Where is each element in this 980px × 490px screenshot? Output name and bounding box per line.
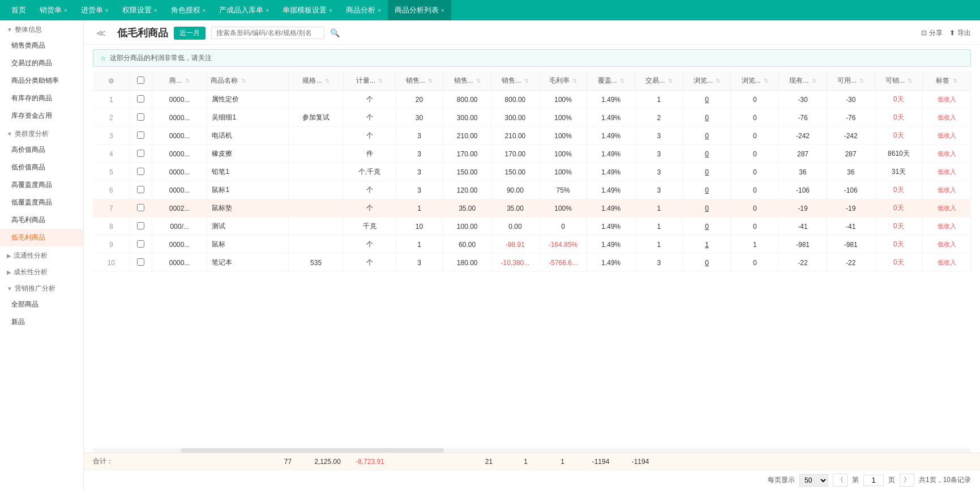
close-icon[interactable]: ×	[203, 7, 206, 14]
view-count-1[interactable]: 0	[683, 181, 731, 199]
sidebar-item-high-value[interactable]: 高价值商品	[0, 141, 83, 159]
col-unit[interactable]: 计量... ⇅	[344, 71, 395, 91]
sidebar-group-growth[interactable]: ▶ 成长性分析	[0, 263, 83, 279]
row-checkbox[interactable]	[137, 131, 144, 139]
prev-page-button[interactable]: 〈	[833, 474, 848, 487]
view-count-1[interactable]: 0	[683, 254, 731, 272]
row-checkbox-cell[interactable]	[130, 254, 152, 272]
col-spec[interactable]: 规格... ⇅	[288, 71, 344, 91]
nav-permission[interactable]: 权限设置 ×	[115, 0, 164, 20]
row-checkbox[interactable]	[137, 204, 144, 211]
nav-sales-order[interactable]: 销货单 ×	[33, 0, 74, 20]
col-coverage[interactable]: 覆盖... ⇅	[587, 71, 635, 91]
sidebar-item-new-products[interactable]: 新品	[0, 313, 83, 331]
row-checkbox-cell[interactable]	[130, 109, 152, 127]
view-count-1[interactable]: 0	[683, 218, 731, 236]
col-available-stock[interactable]: 可用... ⇅	[827, 71, 875, 91]
saleable-days: 8610天	[875, 145, 923, 163]
close-icon[interactable]: ×	[105, 7, 109, 14]
close-icon[interactable]: ×	[266, 7, 269, 14]
sidebar-item-high-margin[interactable]: 高毛利商品	[0, 211, 83, 229]
view-count-1[interactable]: 1	[683, 236, 731, 254]
select-all-checkbox[interactable]	[137, 76, 144, 84]
row-checkbox-cell[interactable]	[130, 199, 152, 218]
sidebar-collapse-button[interactable]: ≪	[93, 27, 109, 40]
nav-product-inbound[interactable]: 产成品入库单 ×	[212, 0, 276, 20]
row-checkbox[interactable]	[137, 258, 144, 266]
row-checkbox-cell[interactable]	[130, 163, 152, 181]
sidebar-item-all-products[interactable]: 全部商品	[0, 296, 83, 313]
col-product-code[interactable]: 商... ⇅	[152, 71, 207, 91]
view-count-1[interactable]: 0	[683, 127, 731, 145]
row-checkbox[interactable]	[137, 240, 144, 248]
row-checkbox-cell[interactable]	[130, 145, 152, 163]
sidebar-group-overall[interactable]: ▼ 整体信息	[0, 20, 83, 37]
col-settings[interactable]: ⚙	[93, 71, 130, 91]
sidebar-item-traded-products[interactable]: 交易过的商品	[0, 54, 83, 72]
row-checkbox[interactable]	[137, 222, 144, 229]
saleable-days: 0天	[875, 181, 923, 199]
col-sale-amount[interactable]: 销售... ⇅	[443, 71, 491, 91]
col-current-stock[interactable]: 现有... ⇅	[779, 71, 827, 91]
sidebar-item-stock-capital[interactable]: 库存资金占用	[0, 107, 83, 125]
sidebar-group-circulation[interactable]: ▶ 流通性分析	[0, 246, 83, 263]
search-button[interactable]: 🔍	[330, 28, 340, 37]
col-checkbox-all[interactable]	[130, 71, 152, 91]
sidebar-item-high-coverage[interactable]: 高覆盖度商品	[0, 176, 83, 194]
horizontal-scrollbar[interactable]	[93, 448, 971, 453]
col-view2[interactable]: 浏览... ⇅	[731, 71, 779, 91]
close-icon[interactable]: ×	[329, 7, 332, 14]
sidebar-item-low-margin[interactable]: 低毛利商品	[0, 229, 83, 246]
nav-product-analysis[interactable]: 商品分析 ×	[339, 0, 388, 20]
row-checkbox-cell[interactable]	[130, 218, 152, 236]
sidebar-group-marketing[interactable]: ▼ 营销推广分析	[0, 279, 83, 296]
sidebar-item-sales-products[interactable]: 销售类商品	[0, 37, 83, 54]
nav-home[interactable]: 首页	[5, 0, 33, 20]
close-icon[interactable]: ×	[64, 7, 67, 14]
settings-icon[interactable]: ⚙	[108, 77, 114, 85]
col-tag[interactable]: 标签 ⇅	[923, 71, 971, 91]
sidebar-item-stocked-products[interactable]: 有库存的商品	[0, 90, 83, 107]
product-unit: 个	[344, 199, 395, 218]
search-input[interactable]	[211, 27, 324, 39]
close-icon[interactable]: ×	[441, 7, 444, 14]
nav-purchase-order[interactable]: 进货单 ×	[74, 0, 115, 20]
view-count-1[interactable]: 0	[683, 199, 731, 218]
row-checkbox[interactable]	[137, 168, 144, 175]
row-checkbox[interactable]	[137, 186, 144, 193]
row-checkbox-cell[interactable]	[130, 181, 152, 199]
nav-role-auth[interactable]: 角色授权 ×	[164, 0, 213, 20]
row-checkbox[interactable]	[137, 113, 144, 121]
row-checkbox[interactable]	[137, 95, 144, 103]
date-filter-button[interactable]: 近一月	[174, 27, 206, 40]
export-button[interactable]: ⬆ 导出	[949, 28, 971, 38]
view-count-1[interactable]: 0	[683, 163, 731, 181]
col-trade[interactable]: 交易... ⇅	[635, 71, 683, 91]
view-count-1[interactable]: 0	[683, 91, 731, 109]
sidebar-item-category-sales-rate[interactable]: 商品分类助销率	[0, 72, 83, 90]
close-icon[interactable]: ×	[154, 7, 157, 14]
row-checkbox-cell[interactable]	[130, 91, 152, 109]
col-saleable[interactable]: 可销... ⇅	[875, 71, 923, 91]
sidebar-group-cluster[interactable]: ▼ 类群度分析	[0, 125, 83, 141]
next-page-button[interactable]: 〉	[900, 474, 914, 487]
row-checkbox-cell[interactable]	[130, 127, 152, 145]
sidebar-item-low-value[interactable]: 低价值商品	[0, 159, 83, 176]
col-product-name[interactable]: 商品名称 ⇅	[207, 71, 288, 91]
nav-product-analysis-list[interactable]: 商品分析列表 ×	[388, 0, 451, 20]
col-sale-profit[interactable]: 销售... ⇅	[491, 71, 540, 91]
row-checkbox-cell[interactable]	[130, 236, 152, 254]
view-count-1[interactable]: 0	[683, 145, 731, 163]
row-checkbox[interactable]	[137, 150, 144, 157]
nav-template-settings[interactable]: 单据模板设置 ×	[276, 0, 339, 20]
view-count-1[interactable]: 0	[683, 109, 731, 127]
close-icon[interactable]: ×	[378, 7, 381, 14]
gross-rate: 100%	[539, 109, 587, 127]
sidebar-item-low-coverage[interactable]: 低覆盖度商品	[0, 194, 83, 211]
share-button[interactable]: ⊡ 分享	[921, 28, 943, 38]
col-view1[interactable]: 浏览... ⇅	[683, 71, 731, 91]
page-number-input[interactable]	[863, 475, 884, 486]
per-page-select[interactable]: 50 100 200	[799, 474, 828, 487]
col-gross-rate[interactable]: 毛利率 ⇅	[539, 71, 587, 91]
col-sale-count[interactable]: 销售... ⇅	[395, 71, 443, 91]
